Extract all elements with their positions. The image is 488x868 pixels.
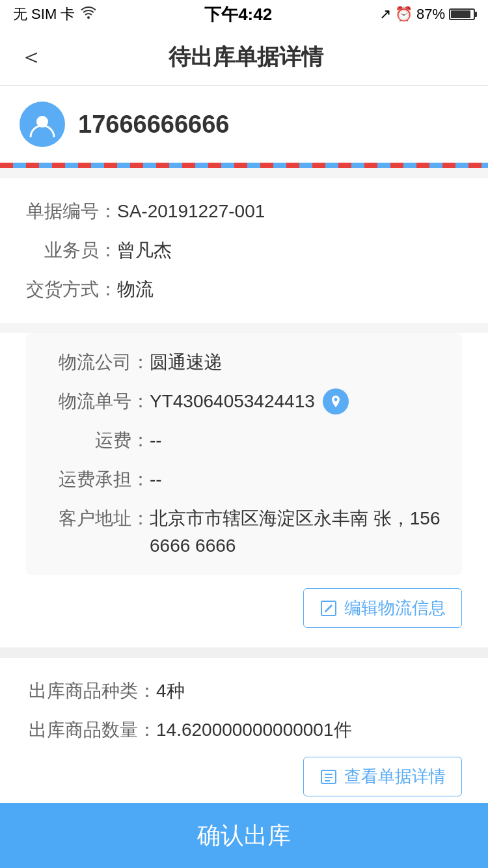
goods-types-row: 出库商品种类： 4种 [26, 677, 462, 705]
status-right: ↗ ⏰ 87% [379, 6, 475, 23]
wifi-icon [80, 6, 97, 23]
tracking-label: 物流单号： [46, 388, 150, 415]
order-no-value: SA-20191227-001 [117, 198, 462, 225]
dashed-separator [0, 163, 488, 168]
tracking-value-wrap: YT43064053424413 [150, 388, 442, 415]
carrier-text: 无 SIM 卡 [13, 5, 75, 24]
delivery-method-value: 物流 [117, 276, 462, 303]
edit-logistics-button[interactable]: 编辑物流信息 [303, 588, 462, 628]
status-time: 下午4:42 [204, 3, 272, 26]
address-value: 北京市市辖区海淀区永丰南 张，156 6666 6666 [150, 505, 442, 560]
freight-bear-value: -- [150, 466, 442, 493]
address-row: 客户地址： 北京市市辖区海淀区永丰南 张，156 6666 6666 [46, 505, 442, 560]
confirm-bar: 确认出库 [0, 803, 488, 868]
tracking-no: YT43064053424413 [150, 388, 315, 415]
logistics-card: 物流公司： 圆通速递 物流单号： YT43064053424413 运费： --… [26, 333, 462, 575]
view-detail-button[interactable]: 查看单据详情 [303, 757, 462, 796]
nav-bar: ＜ 待出库单据详情 [0, 29, 488, 86]
alarm-icon: ⏰ [395, 6, 413, 23]
status-bar: 无 SIM 卡 下午4:42 ↗ ⏰ 87% [0, 0, 488, 29]
tracking-row: 物流单号： YT43064053424413 [46, 388, 442, 415]
logistics-company-label: 物流公司： [46, 349, 150, 376]
freight-row: 运费： -- [46, 427, 442, 454]
freight-bear-label: 运费承担： [46, 466, 150, 493]
customer-phone: 17666666666 [78, 111, 229, 139]
location-arrow-icon: ↗ [379, 6, 391, 23]
logistics-section: 物流公司： 圆通速递 物流单号： YT43064053424413 运费： --… [0, 333, 488, 647]
freight-value: -- [150, 427, 442, 454]
goods-types-label: 出库商品种类： [26, 677, 156, 705]
address-label: 客户地址： [46, 505, 150, 532]
section-divider [0, 647, 488, 658]
detail-btn-wrap: 查看单据详情 [26, 757, 462, 796]
customer-header: 17666666666 [0, 86, 488, 163]
edit-btn-label: 编辑物流信息 [344, 597, 446, 619]
salesman-label: 业务员： [26, 237, 117, 264]
logistics-company-row: 物流公司： 圆通速递 [46, 349, 442, 376]
confirm-button[interactable]: 确认出库 [197, 820, 291, 852]
location-icon[interactable] [323, 388, 349, 414]
salesman-row: 业务员： 曾凡杰 [26, 237, 462, 264]
order-no-label: 单据编号： [26, 198, 117, 225]
salesman-value: 曾凡杰 [117, 237, 462, 264]
delivery-method-label: 交货方式： [26, 276, 117, 303]
freight-label: 运费： [46, 427, 150, 454]
goods-types-value: 4种 [156, 677, 462, 705]
avatar [20, 102, 65, 147]
logistics-company-value: 圆通速递 [150, 349, 442, 376]
back-button[interactable]: ＜ [20, 41, 43, 73]
goods-quantity-row: 出库商品数量： 14.620000000000001件 [26, 716, 462, 744]
freight-bear-row: 运费承担： -- [46, 466, 442, 493]
order-no-row: 单据编号： SA-20191227-001 [26, 198, 462, 225]
battery-text: 87% [416, 6, 445, 23]
status-carrier: 无 SIM 卡 [13, 5, 97, 24]
goods-quantity-value: 14.620000000000001件 [156, 716, 462, 744]
battery-icon [449, 8, 475, 20]
order-info-section: 单据编号： SA-20191227-001 业务员： 曾凡杰 交货方式： 物流 [0, 178, 488, 323]
goods-section: 出库商品种类： 4种 出库商品数量： 14.620000000000001件 查… [0, 658, 488, 816]
delivery-method-row: 交货方式： 物流 [26, 276, 462, 303]
page-title: 待出库单据详情 [56, 42, 436, 72]
goods-quantity-label: 出库商品数量： [26, 716, 156, 744]
detail-btn-label: 查看单据详情 [344, 765, 446, 788]
edit-btn-wrap: 编辑物流信息 [26, 588, 462, 628]
